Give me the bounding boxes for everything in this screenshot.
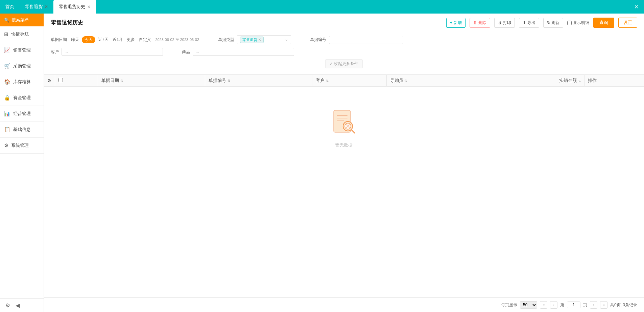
sort-doc-no-icon: ⇅ <box>228 79 230 83</box>
page-header: 零售退货历史 + 新增 🗑 删除 🖨 打印 ⬆ 导出 ↻ 刷新 显示明细 查询 … <box>44 14 644 75</box>
select-all-checkbox[interactable] <box>58 78 63 82</box>
date-range-display: 2023-06-02 至 2023-06-02 <box>155 37 199 42</box>
collapse-more-conditions-btn[interactable]: ∧ 收起更多条件 <box>325 59 363 68</box>
col-doc-date[interactable]: 单据日期 ⇅ <box>98 75 205 87</box>
sidebar-bottom: ⚙ ◀ <box>0 298 44 312</box>
setting-button[interactable]: 设置 <box>618 18 637 28</box>
doc-no-label: 单据编号 <box>310 37 326 43</box>
col-doc-no-label: 单据编号 <box>209 78 226 83</box>
window-close-btn[interactable]: ✕ <box>634 4 644 10</box>
total-info: 共0页, 0条记录 <box>610 302 637 308</box>
data-table: ⚙ 单据日期 ⇅ 单据编号 ⇅ 客户 ⇅ <box>44 75 644 169</box>
pagination-bar: 每页显示 50 100 200 « ‹ 第 页 › » 共0页, 0条记录 <box>44 297 644 312</box>
date-option-more[interactable]: 更多 <box>125 36 136 43</box>
show-detail-checkbox[interactable] <box>567 21 572 25</box>
print-button[interactable]: 🖨 打印 <box>494 18 515 28</box>
date-option-custom[interactable]: 自定义 <box>138 36 152 43</box>
show-detail-toggle[interactable]: 显示明细 <box>567 20 589 26</box>
empty-text: 暂无数据 <box>335 142 353 148</box>
col-checkbox <box>55 75 98 87</box>
main-layout: 🔍 搜索菜单 ⊞ 快捷导航 📈 销售管理 🛒 采购管理 🏠 库存核算 🔒 资金管… <box>0 14 644 312</box>
inventory-icon: 🏠 <box>4 79 10 85</box>
per-page-select[interactable]: 50 100 200 <box>520 301 537 309</box>
query-button[interactable]: 查询 <box>593 18 614 28</box>
search-icon: 🔍 <box>4 18 9 23</box>
sidebar-item-operations[interactable]: 📊 经营管理 <box>0 106 44 122</box>
sys-mgmt-icon: ⚙ <box>4 142 8 149</box>
col-settings[interactable]: ⚙ <box>44 75 55 87</box>
page-suffix: 页 <box>583 302 587 308</box>
goods-label: 商品 <box>182 49 190 55</box>
first-page-btn[interactable]: « <box>540 301 547 309</box>
doc-no-input[interactable] <box>329 36 403 44</box>
col-amount[interactable]: 实销金额 ⇅ <box>477 75 585 87</box>
sort-customer-icon: ⇅ <box>326 79 329 83</box>
customer-filter-item: 客户 <box>51 48 163 56</box>
empty-state-row: 暂无数据 <box>44 87 644 169</box>
nav-tabs: 首页 零售退货 ✕ 零售退货历史 ✕ <box>0 0 634 14</box>
date-label: 单据日期 <box>51 37 67 43</box>
sidebar-item-inventory[interactable]: 🏠 库存核算 <box>0 74 44 90</box>
close-tab-retail-return-history[interactable]: ✕ <box>87 4 91 9</box>
doc-no-filter-item: 单据编号 <box>310 36 403 44</box>
doc-type-label: 单据类型 <box>218 37 234 43</box>
sidebar-item-purchase-mgmt[interactable]: 🛒 采购管理 <box>0 58 44 74</box>
sidebar-item-sys-mgmt[interactable]: ⚙ 系统管理 <box>0 138 44 154</box>
sidebar: 🔍 搜索菜单 ⊞ 快捷导航 📈 销售管理 🛒 采购管理 🏠 库存核算 🔒 资金管… <box>0 14 44 312</box>
sidebar-item-sales-mgmt[interactable]: 📈 销售管理 <box>0 42 44 58</box>
customer-input[interactable] <box>62 48 163 56</box>
sidebar-settings-icon[interactable]: ⚙ <box>5 302 10 309</box>
sort-amount-icon: ⇅ <box>578 79 581 83</box>
filter-row-2: 客户 商品 <box>51 48 637 56</box>
sort-guide-icon: ⇅ <box>404 79 407 83</box>
page-label: 第 <box>560 302 564 308</box>
filter-area: 单据日期 昨天 今天 近7天 近1月 更多 自定义 2023-06-02 至 2… <box>51 32 637 74</box>
filter-row-1: 单据日期 昨天 今天 近7天 近1月 更多 自定义 2023-06-02 至 2… <box>51 35 637 44</box>
date-options-group: 昨天 今天 近7天 近1月 更多 自定义 2023-06-02 至 2023-0… <box>70 36 199 43</box>
doc-type-tag: 零售退货 ✕ <box>240 37 264 43</box>
col-amount-label: 实销金额 <box>559 78 577 83</box>
col-doc-date-label: 单据日期 <box>101 78 119 83</box>
remove-doc-type-tag[interactable]: ✕ <box>258 38 261 42</box>
date-option-7days[interactable]: 近7天 <box>97 36 110 43</box>
prev-page-btn[interactable]: ‹ <box>550 301 557 309</box>
goods-input[interactable] <box>193 48 294 56</box>
col-doc-no[interactable]: 单据编号 ⇅ <box>205 75 312 87</box>
sidebar-collapse-icon[interactable]: ◀ <box>16 302 20 309</box>
col-customer[interactable]: 客户 ⇅ <box>312 75 387 87</box>
per-page-label: 每页显示 <box>501 302 517 308</box>
finance-icon: 🔒 <box>4 95 10 101</box>
add-button[interactable]: + 新增 <box>446 18 465 28</box>
sidebar-item-finance[interactable]: 🔒 资金管理 <box>0 90 44 106</box>
refresh-button[interactable]: ↻ 刷新 <box>543 18 563 28</box>
toolbar: + 新增 🗑 删除 🖨 打印 ⬆ 导出 ↻ 刷新 显示明细 查询 设置 <box>446 18 637 28</box>
quick-nav-icon: ⊞ <box>4 31 8 37</box>
top-nav: 首页 零售退货 ✕ 零售退货历史 ✕ ✕ <box>0 0 644 14</box>
col-guide-label: 导购员 <box>390 78 403 83</box>
doc-type-select[interactable]: 零售退货 ✕ ∨ <box>237 35 291 44</box>
sidebar-item-quick-nav[interactable]: ⊞ 快捷导航 <box>0 26 44 42</box>
empty-state: 暂无数据 <box>44 87 644 169</box>
tab-home[interactable]: 首页 <box>0 0 20 14</box>
close-tab-retail-return[interactable]: ✕ <box>45 4 48 9</box>
page-number-input[interactable] <box>567 302 580 308</box>
delete-button[interactable]: 🗑 删除 <box>470 18 490 28</box>
col-customer-label: 客户 <box>316 78 325 83</box>
sidebar-item-basic-info[interactable]: 📋 基础信息 <box>0 122 44 138</box>
col-guide[interactable]: 导购员 ⇅ <box>386 75 477 87</box>
svg-line-6 <box>351 130 355 133</box>
export-button[interactable]: ⬆ 导出 <box>519 18 539 28</box>
tab-retail-return-history[interactable]: 零售退货历史 ✕ <box>53 0 96 14</box>
last-page-btn[interactable]: » <box>600 301 607 309</box>
table-body: 暂无数据 <box>44 87 644 169</box>
purchase-icon: 🛒 <box>4 63 10 69</box>
doc-type-arrow: ∨ <box>285 38 288 42</box>
date-option-1month[interactable]: 近1月 <box>111 36 124 43</box>
sort-doc-date-icon: ⇅ <box>120 79 123 83</box>
doc-type-filter-item: 单据类型 零售退货 ✕ ∨ <box>218 35 291 44</box>
sidebar-search[interactable]: 🔍 搜索菜单 <box>0 14 44 26</box>
date-option-today[interactable]: 今天 <box>82 36 95 43</box>
tab-retail-return[interactable]: 零售退货 ✕ <box>20 0 53 14</box>
next-page-btn[interactable]: › <box>590 301 597 309</box>
date-option-yesterday[interactable]: 昨天 <box>70 36 80 43</box>
